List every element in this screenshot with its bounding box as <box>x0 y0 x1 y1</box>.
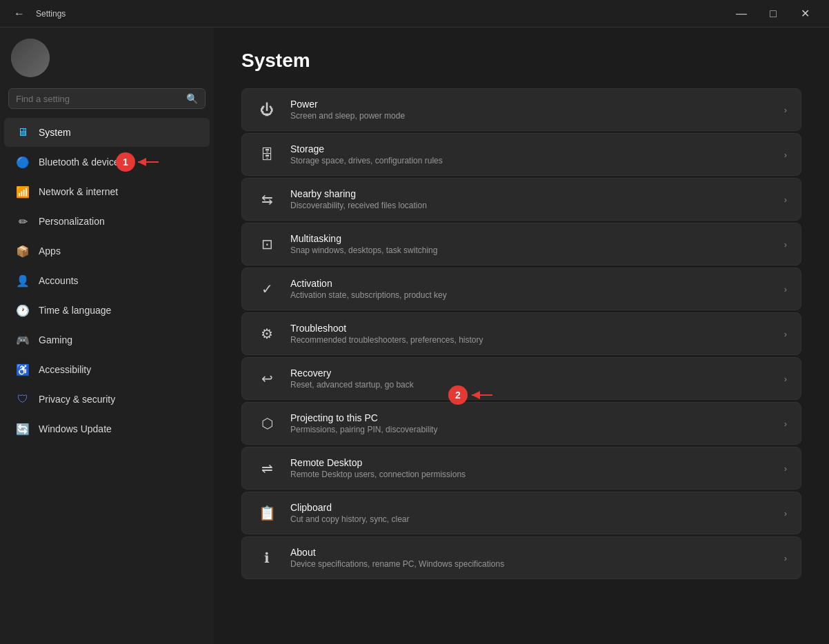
maximize-button[interactable]: □ <box>757 3 789 25</box>
titlebar-title: Settings <box>36 9 66 19</box>
about-title: About <box>290 547 772 558</box>
remote-desktop-text: Remote DesktopRemote Desktop users, conn… <box>290 457 772 479</box>
search-icon: 🔍 <box>186 93 198 104</box>
power-title: Power <box>290 99 772 110</box>
activation-text: ActivationActivation state, subscription… <box>290 278 772 300</box>
minimize-button[interactable]: — <box>726 3 757 25</box>
storage-icon: 🗄 <box>256 143 278 165</box>
settings-item-troubleshoot[interactable]: ⚙TroubleshootRecommended troubleshooters… <box>241 312 801 355</box>
recovery-icon: ↩ <box>256 368 278 390</box>
sidebar-item-label-time: Time & language <box>39 305 111 316</box>
search-box[interactable]: 🔍 <box>8 88 206 109</box>
system-icon: 🖥 <box>15 125 30 140</box>
activation-subtitle: Activation state, subscriptions, product… <box>290 290 772 300</box>
page-title: System <box>241 50 801 72</box>
settings-item-storage[interactable]: 🗄StorageStorage space, drives, configura… <box>241 133 801 176</box>
remote-desktop-subtitle: Remote Desktop users, connection permiss… <box>290 470 772 479</box>
titlebar-controls: — □ ✕ <box>726 3 821 25</box>
settings-item-projecting[interactable]: ⬡Projecting to this PCPermissions, pairi… <box>241 402 801 445</box>
remote-desktop-icon: ⇌ <box>256 457 278 479</box>
sidebar-item-label-system: System <box>39 127 71 138</box>
projecting-text: Projecting to this PCPermissions, pairin… <box>290 412 772 434</box>
apps-icon: 📦 <box>15 243 30 259</box>
sidebar-item-time[interactable]: 🕐Time & language <box>4 296 210 325</box>
recovery-title: Recovery <box>290 368 772 379</box>
sidebar-item-label-bluetooth: Bluetooth & devices <box>39 157 124 168</box>
sidebar-item-label-network: Network & internet <box>39 186 118 197</box>
close-button[interactable]: ✕ <box>789 3 821 25</box>
nearby-sharing-icon: ⇆ <box>256 188 278 210</box>
nav-list: 🖥System🔵Bluetooth & devices📶Network & in… <box>0 117 214 444</box>
troubleshoot-text: TroubleshootRecommended troubleshooters,… <box>290 323 772 345</box>
sidebar-item-update[interactable]: 🔄Windows Update <box>4 414 210 443</box>
about-subtitle: Device specifications, rename PC, Window… <box>290 559 772 569</box>
clipboard-subtitle: Cut and copy history, sync, clear <box>290 514 772 524</box>
projecting-title: Projecting to this PC <box>290 412 772 423</box>
settings-item-recovery[interactable]: ↩RecoveryReset, advanced startup, go bac… <box>241 357 801 400</box>
sidebar-item-bluetooth[interactable]: 🔵Bluetooth & devices <box>4 148 210 177</box>
troubleshoot-chevron-icon: › <box>784 329 787 339</box>
storage-title: Storage <box>290 143 772 154</box>
settings-item-power[interactable]: ⏻PowerScreen and sleep, power mode› <box>241 88 801 131</box>
sidebar-item-label-update: Windows Update <box>39 423 112 434</box>
settings-item-about[interactable]: ℹAboutDevice specifications, rename PC, … <box>241 536 801 579</box>
remote-desktop-title: Remote Desktop <box>290 457 772 468</box>
activation-icon: ✓ <box>256 278 278 300</box>
accessibility-icon: ♿ <box>15 362 30 377</box>
titlebar-left: ← Settings <box>8 5 66 23</box>
app-container: 🔍 🖥System🔵Bluetooth & devices📶Network & … <box>0 28 829 644</box>
about-chevron-icon: › <box>784 553 787 563</box>
multitasking-icon: ⊡ <box>256 233 278 255</box>
nearby-sharing-chevron-icon: › <box>784 194 787 205</box>
sidebar-item-label-privacy: Privacy & security <box>39 394 115 405</box>
troubleshoot-title: Troubleshoot <box>290 323 772 334</box>
storage-text: StorageStorage space, drives, configurat… <box>290 143 772 165</box>
sidebar-item-personalization[interactable]: ✏Personalization <box>4 207 210 236</box>
sidebar-item-label-accessibility: Accessibility <box>39 364 91 375</box>
about-icon: ℹ <box>256 547 278 569</box>
clipboard-text: ClipboardCut and copy history, sync, cle… <box>290 502 772 524</box>
sidebar-item-gaming[interactable]: 🎮Gaming <box>4 325 210 354</box>
back-button[interactable]: ← <box>8 5 30 23</box>
personalization-icon: ✏ <box>15 214 30 229</box>
sidebar-item-accounts[interactable]: 👤Accounts <box>4 266 210 295</box>
settings-item-clipboard[interactable]: 📋ClipboardCut and copy history, sync, cl… <box>241 492 801 534</box>
sidebar-item-system[interactable]: 🖥System <box>4 118 210 147</box>
clipboard-chevron-icon: › <box>784 508 787 519</box>
multitasking-subtitle: Snap windows, desktops, task switching <box>290 245 772 255</box>
projecting-chevron-icon: › <box>784 419 787 429</box>
sidebar-item-accessibility[interactable]: ♿Accessibility <box>4 355 210 384</box>
activation-chevron-icon: › <box>784 284 787 294</box>
clipboard-title: Clipboard <box>290 502 772 513</box>
troubleshoot-subtitle: Recommended troubleshooters, preferences… <box>290 335 772 345</box>
settings-item-activation[interactable]: ✓ActivationActivation state, subscriptio… <box>241 268 801 310</box>
power-icon: ⏻ <box>256 99 278 121</box>
network-icon: 📶 <box>15 184 30 199</box>
titlebar: ← Settings — □ ✕ <box>0 0 829 28</box>
sidebar-item-label-accounts: Accounts <box>39 275 79 286</box>
nearby-sharing-text: Nearby sharingDiscoverability, received … <box>290 188 772 210</box>
sidebar-item-label-gaming: Gaming <box>39 334 72 345</box>
bluetooth-icon: 🔵 <box>15 154 30 170</box>
settings-item-remote-desktop[interactable]: ⇌Remote DesktopRemote Desktop users, con… <box>241 447 801 490</box>
remote-desktop-chevron-icon: › <box>784 463 787 474</box>
multitasking-title: Multitasking <box>290 233 772 244</box>
recovery-chevron-icon: › <box>784 374 787 384</box>
settings-item-multitasking[interactable]: ⊡MultitaskingSnap windows, desktops, tas… <box>241 223 801 265</box>
nearby-sharing-subtitle: Discoverability, received files location <box>290 201 772 210</box>
sidebar-item-network[interactable]: 📶Network & internet <box>4 177 210 206</box>
search-input[interactable] <box>16 94 181 104</box>
sidebar-item-label-personalization: Personalization <box>39 216 105 227</box>
power-subtitle: Screen and sleep, power mode <box>290 111 772 121</box>
sidebar-item-privacy[interactable]: 🛡Privacy & security <box>4 385 210 414</box>
avatar <box>11 39 50 77</box>
recovery-text: RecoveryReset, advanced startup, go back <box>290 368 772 390</box>
settings-item-nearby-sharing[interactable]: ⇆Nearby sharingDiscoverability, received… <box>241 178 801 221</box>
sidebar-profile <box>0 28 214 83</box>
sidebar-item-apps[interactable]: 📦Apps <box>4 237 210 265</box>
recovery-subtitle: Reset, advanced startup, go back <box>290 380 772 390</box>
projecting-icon: ⬡ <box>256 412 278 434</box>
time-icon: 🕐 <box>15 303 30 318</box>
projecting-subtitle: Permissions, pairing PIN, discoverabilit… <box>290 425 772 434</box>
gaming-icon: 🎮 <box>15 332 30 348</box>
